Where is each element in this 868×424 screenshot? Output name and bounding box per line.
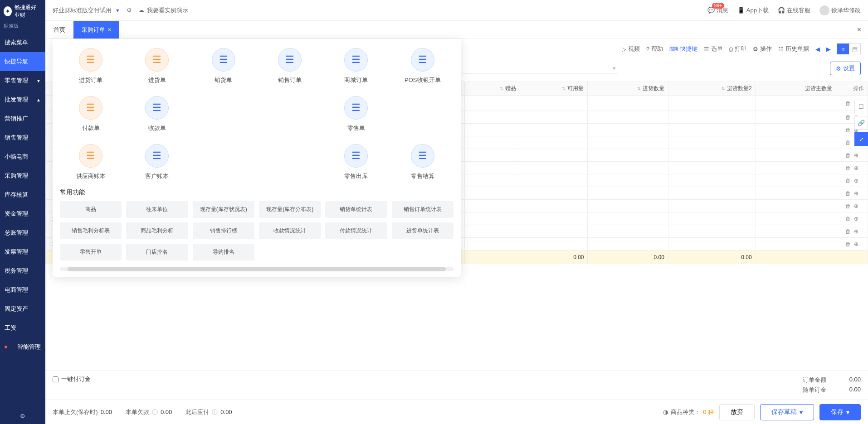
quicknav-chip[interactable]: 往来单位 [126,201,188,218]
sidebar-item[interactable]: 库存核算 [0,185,45,204]
quicknav-chip[interactable]: 收款情况统计 [259,222,321,239]
quicknav-node[interactable]: ☰零售单 [325,96,387,132]
col-inqty2[interactable]: ⇅进货数量2 [668,82,756,96]
quicknav-node[interactable]: ☰供应商账本 [60,144,122,180]
sidebar-search[interactable]: 搜索菜单 [0,33,45,52]
delete-icon[interactable]: 🗑 [845,114,851,120]
quicknav-node[interactable]: ☰POS收银开单 [392,48,454,84]
col-avail[interactable]: ⇅可用量 [520,82,588,96]
close-icon[interactable]: × [108,27,111,33]
quicknav-chip[interactable]: 销售订单统计表 [392,201,454,218]
help-icon[interactable]: ⓘ [212,408,218,416]
quicknav-chip[interactable]: 销售排行榜 [193,222,254,239]
quicknav-chip[interactable]: 门店排名 [126,244,188,260]
sidebar-item[interactable]: 资金管理 [0,204,45,223]
quicknav-node[interactable]: ☰付款单 [60,96,122,132]
delete-icon[interactable]: 🗑 [845,216,851,222]
quicknav-node[interactable]: ☰进货订单 [60,48,122,84]
toolbar-prev[interactable]: ◀ [815,46,820,53]
tab-purchase-order[interactable]: 采购订单× [73,21,119,39]
toolbar-print[interactable]: ⎙打印 [729,45,746,53]
col-gift[interactable]: ⇅赠品 [464,82,520,96]
quicknav-chip[interactable]: 现存量(库存状况表) [193,201,254,218]
sidebar-item[interactable]: 总账管理 [0,223,45,242]
settings-button[interactable]: ⚙设置 [830,62,861,75]
sidebar-item[interactable]: 工资 [0,318,45,337]
sidebar-item[interactable]: 税务管理 [0,261,45,280]
add-icon[interactable]: ⊕ [854,165,858,171]
float-note-icon[interactable]: ☐ [854,100,868,113]
quicknav-node[interactable]: ☰进货单 [126,48,188,84]
onekey-deposit-checkbox[interactable]: 一键付订金 [53,375,91,383]
delete-icon[interactable]: 🗑 [845,100,851,106]
sidebar-settings-icon[interactable]: ⚙ [0,408,45,424]
col-mainqty[interactable]: 进货主数量 [756,82,836,96]
toolbar-history[interactable]: ☷历史单据 [778,45,809,53]
toolbar-operate[interactable]: ⚙操作 [753,45,772,53]
delete-icon[interactable]: 🗑 [845,127,851,133]
sidebar-item[interactable]: 发票管理 [0,242,45,261]
col-inqty[interactable]: ⇅进货数量 [588,82,668,96]
add-icon[interactable]: ⊕ [854,228,858,235]
sidebar-quicknav[interactable]: 快捷导航 [0,52,45,71]
quicknav-chip[interactable]: 商品 [60,201,122,218]
sidebar-item[interactable]: 电商管理 [0,280,45,299]
save-draft-button[interactable]: 保存草稿▾ [760,404,814,420]
delete-icon[interactable]: 🗑 [845,178,851,184]
sidebar-item[interactable]: 固定资产 [0,299,45,318]
help-icon[interactable]: ⓘ [152,408,158,416]
quicknav-chip[interactable]: 进货单统计表 [392,222,454,239]
toolbar-next[interactable]: ▶ [826,46,831,53]
add-icon[interactable]: ⊕ [854,241,858,247]
delete-icon[interactable]: 🗑 [845,190,851,197]
topbar-gear-icon[interactable]: ⚙ [127,7,132,14]
quicknav-node[interactable]: ☰销货单 [193,48,254,84]
add-icon[interactable]: ⊕ [854,216,858,222]
quicknav-chip[interactable]: 零售开单 [60,244,122,260]
env-selector[interactable]: 好业财标准版交付试用▼ [53,6,120,14]
sidebar-item[interactable]: 销售管理 [0,128,45,147]
sidebar-item[interactable]: 批发管理▲ [0,90,45,109]
quicknav-chip[interactable]: 商品毛利分析 [126,222,188,239]
tab-home[interactable]: 首页 [45,21,73,39]
topbar-demo-link[interactable]: ☁ 我要看实例演示 [138,6,188,14]
toolbar-help[interactable]: ?帮助 [646,45,663,53]
add-icon[interactable]: ⊕ [854,190,858,197]
sidebar-item[interactable]: 零售管理▼ [0,71,45,90]
topbar-app-download[interactable]: 📱App下载 [737,6,769,14]
quicknav-chip[interactable]: 付款情况统计 [325,222,387,239]
view-list[interactable]: ≡ [837,43,849,54]
quicknav-chip[interactable]: 销售毛利分析表 [60,222,122,239]
add-icon[interactable]: ⊕ [854,203,858,209]
tabs-close-all[interactable]: ✕ [850,21,868,39]
discard-button[interactable]: 放弃 [719,404,755,420]
delete-icon[interactable]: 🗑 [845,165,851,171]
float-link-icon[interactable]: 🔗 [854,116,868,130]
delete-icon[interactable]: 🗑 [845,152,851,159]
save-button[interactable]: 保存▾ [819,404,861,420]
topbar-customer-service[interactable]: 🎧在线客服 [778,6,810,14]
sidebar-item[interactable]: 采购管理 [0,166,45,185]
quicknav-chip[interactable]: 销货单统计表 [325,201,387,218]
quicknav-node[interactable]: ☰零售结算 [392,144,454,180]
toolbar-hotkey[interactable]: ⌨快捷键 [669,45,697,53]
sidebar-item[interactable]: 营销推广 [0,109,45,128]
sidebar-item[interactable]: 小畅电商 [0,147,45,166]
toolbar-select[interactable]: ☰选单 [704,45,723,53]
delete-icon[interactable]: 🗑 [845,203,851,209]
quicknav-node[interactable]: ☰收款单 [126,96,188,132]
delete-icon[interactable]: 🗑 [845,140,851,146]
add-icon[interactable]: ⊕ [854,178,858,184]
toolbar-video[interactable]: ▷视频 [622,45,640,53]
quicknav-chip[interactable]: 现存量(库存分布表) [259,201,321,218]
delete-icon[interactable]: 🗑 [845,228,851,235]
topbar-user[interactable]: 徐泽华修改 [819,5,861,15]
view-card[interactable]: ▤ [849,43,861,54]
float-expand-icon[interactable]: ⤢ [854,132,868,146]
sidebar-item[interactable]: 智能管理 [0,337,45,357]
quicknav-node[interactable]: ☰客户账本 [126,144,188,180]
quicknav-node[interactable]: ☰销售订单 [259,48,321,84]
quicknav-node[interactable]: ☰商城订单 [325,48,387,84]
topbar-messages[interactable]: 99+ 💬消息 [707,6,728,14]
quicknav-scrollbar[interactable] [60,267,454,271]
